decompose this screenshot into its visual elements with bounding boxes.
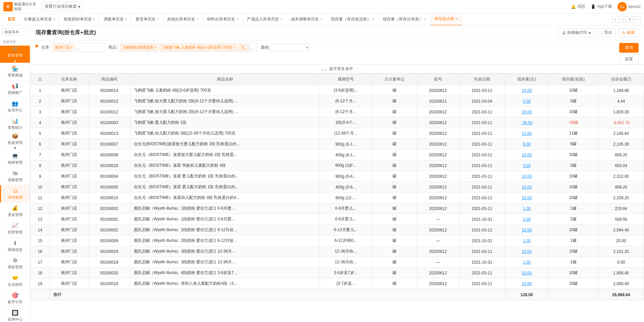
industry-selector[interactable]: 母婴行业演示账套 ▾ xyxy=(42,2,83,11)
tab-next-btn[interactable]: › xyxy=(619,16,626,23)
tab-fenliangpandian[interactable]: 分量盘点单历史 × xyxy=(20,13,60,25)
cell-expire: 2021-03-11 xyxy=(459,203,505,214)
cell-qty-main[interactable]: 10.00 xyxy=(505,107,548,117)
cell-qty-main[interactable]: 10.00 xyxy=(505,171,548,182)
user-menu[interactable]: Ea demo2 xyxy=(618,2,641,11)
cell-expire: 2021-03-11 xyxy=(459,117,505,128)
cell-unit: 罐 xyxy=(372,150,417,160)
sidebar-item-retail-manage[interactable]: 🛒 零售管理 ▲ xyxy=(0,46,30,63)
close-icon[interactable]: × xyxy=(125,17,127,21)
tab-chengben[interactable]: 成本调整单历史 × xyxy=(287,13,327,25)
tab-diaob[interactable]: 调拨单历史 × xyxy=(100,13,131,25)
remove-product-tag-2[interactable]: × xyxy=(233,46,235,49)
cell-qty-main[interactable]: 10.00 xyxy=(505,85,548,96)
cell-qty-main[interactable]: 1.00 xyxy=(505,257,548,268)
tab-cailiao-chuku[interactable]: 材料出库单历史 × xyxy=(203,13,243,25)
sidebar-item-inventory[interactable]: 🗂 库存核算 xyxy=(0,185,30,203)
tab-chanchengpin[interactable]: 产成品入库单历史 × xyxy=(243,13,287,25)
operation-icon: 📈 xyxy=(12,222,18,229)
tab-kucun-pici[interactable]: 库存批次账 × xyxy=(430,13,462,25)
close-icon[interactable]: × xyxy=(320,17,322,21)
cell-batch: — xyxy=(417,214,459,225)
product-tag-input[interactable]: 飞鹤奶粉3段两提装 × 飞鹤星飞帆 儿童奶粉 4段(3-6岁适用) 700克 ×… xyxy=(118,43,257,52)
tab-menu-btn[interactable]: ⋯ xyxy=(634,16,641,23)
sidebar-item-collab[interactable]: 🤝 企业协同 xyxy=(0,272,30,290)
close-icon[interactable]: × xyxy=(280,17,282,21)
product-more[interactable]: ... xyxy=(251,45,255,50)
tab-yaohuo[interactable]: 要货单历史 × xyxy=(131,13,163,25)
sidebar-item-guide[interactable]: 🎯 新手引导 xyxy=(0,290,30,307)
cell-code: 00100009 xyxy=(89,235,130,246)
cell-qty-main[interactable]: 10.00 xyxy=(505,246,548,257)
cell-qty-main[interactable]: 10.00 xyxy=(505,182,548,193)
sidebar-item-system[interactable]: ⚙ 系统管理 xyxy=(0,255,30,272)
color-select[interactable]: ▾ xyxy=(270,44,311,51)
close-icon[interactable]: × xyxy=(93,17,95,21)
cell-qty-main[interactable]: 10.00 xyxy=(505,225,548,235)
sidebar-item-operation[interactable]: 📈 经营管理 xyxy=(0,220,30,237)
app-download-btn[interactable]: 📱 App下载 xyxy=(591,4,612,9)
cell-qty-main[interactable]: 11.00 xyxy=(505,128,548,139)
sidebar-item-wholesale[interactable]: 📦 批发管理 ▼ xyxy=(0,133,30,150)
tab-prev-btn[interactable]: ‹ xyxy=(612,16,619,23)
cell-qty-main[interactable]: 3.00 xyxy=(505,160,548,171)
sidebar-item-retail-shop[interactable]: 🏪 零售商城 xyxy=(0,63,30,80)
sidebar-item-basic-info[interactable]: ℹ 基础信息 xyxy=(0,237,30,255)
tab-xiancunliang-kuang[interactable]: 现存量（库存状况表） × xyxy=(327,13,379,25)
close-icon[interactable]: × xyxy=(157,17,159,21)
cell-qty-main[interactable]: -39.00 xyxy=(505,117,548,128)
close-icon[interactable]: × xyxy=(236,17,238,21)
setting-button[interactable]: 设置 xyxy=(619,54,639,64)
cell-qty-main[interactable]: 10.00 xyxy=(505,193,548,203)
cell-qty-main[interactable]: 10.00 xyxy=(505,268,548,278)
export-btn[interactable]: ↓ 导出 xyxy=(597,28,616,37)
col-settings[interactable]: ⚙ xyxy=(31,74,50,85)
sidebar-item-finance[interactable]: 💰 资金管理 xyxy=(0,203,30,220)
close-icon[interactable]: × xyxy=(372,17,374,21)
sidebar-item-purchase[interactable]: 🛍 采购管理 xyxy=(0,168,30,185)
total-label: 合计 xyxy=(50,289,505,300)
tab-home[interactable]: 首页 xyxy=(3,13,20,25)
sidebar-item-ecommerce[interactable]: 💻 电商管理 xyxy=(0,150,30,168)
tab-close-btn[interactable]: × xyxy=(627,16,633,23)
tab-xiancunliang-fen[interactable]: 现存量（库存分布表） × xyxy=(379,13,431,25)
refresh-btn[interactable]: ↻ 刷新 xyxy=(619,28,639,37)
filter-expand-arrow[interactable]: ▶ xyxy=(36,43,39,48)
cell-qty-main[interactable]: 0.00 xyxy=(505,96,548,107)
query-button[interactable]: 查询 xyxy=(619,43,639,53)
cell-amount: 2,105.28 xyxy=(598,139,644,150)
remove-product-tag-1[interactable]: × xyxy=(154,46,156,49)
cell-qty-main[interactable]: 2.00 xyxy=(505,214,548,225)
sidebar-item-member[interactable]: 👥 会员中心 xyxy=(0,98,30,115)
table-body: 1 南岸门店 00100014 飞鹤星飞帆 儿童奶粉 4段(3-6岁适用) 70… xyxy=(31,85,644,300)
cell-amount: 809.20 xyxy=(598,182,644,193)
expand-more-btn[interactable]: ⌄⌄ 展开更多条件 xyxy=(321,66,353,72)
cell-expire: 2021-03-11 xyxy=(459,268,505,278)
sidebar-item-retail-stats[interactable]: 📊 零售统计 xyxy=(0,115,30,133)
close-icon[interactable]: × xyxy=(53,17,55,21)
warehouse-more[interactable]: ... xyxy=(76,45,80,50)
sidebar-item-marketing[interactable]: 📢 营销推广 xyxy=(0,80,30,98)
inventory-table: ⚙ 仓库名称 商品编码 商品名称 规格型号 主计量单位 批号 失效日期 现存量(… xyxy=(30,73,644,300)
col-code: 商品编码 xyxy=(89,74,130,85)
print-btn[interactable]: 🖨 按模板打印 ▾ xyxy=(558,28,594,37)
close-icon[interactable]: × xyxy=(197,17,199,21)
remove-warehouse-tag[interactable]: × xyxy=(70,46,72,49)
close-icon[interactable]: × xyxy=(424,17,426,21)
messages-btn[interactable]: 🔔 消息 xyxy=(571,4,585,9)
cell-expire: 2021-03-11 xyxy=(459,171,505,182)
cell-qty-main[interactable]: 10.00 xyxy=(505,150,548,160)
filter-fields: 仓库 南岸门店 × ... 商品 飞鹤奶粉3段两提装 xyxy=(41,43,615,52)
search-input[interactable] xyxy=(2,28,28,36)
close-icon[interactable]: × xyxy=(456,17,458,21)
cell-qty-pkg: 1罐 xyxy=(548,257,598,268)
cell-qty-main[interactable]: 1.00 xyxy=(505,203,548,214)
cell-qty-main[interactable]: 9.00 xyxy=(505,139,548,150)
tab-zuzhuang[interactable]: 组装拆卸单历史 × xyxy=(60,13,100,25)
cell-qty-main[interactable]: 1.00 xyxy=(505,235,548,246)
warehouse-tag-input[interactable]: 南岸门店 × ... xyxy=(51,43,104,52)
tab-qita-chuku[interactable]: 其他出库单历史 × xyxy=(163,13,203,25)
sidebar-item-app-center[interactable]: 🔲 应用中心 xyxy=(0,307,30,322)
page-header: 现存量查询(按仓库+批次) 🖨 按模板打印 ▾ ↓ 导出 ↻ 刷新 xyxy=(30,25,644,40)
cell-qty-main[interactable]: 10.00 xyxy=(505,278,548,289)
